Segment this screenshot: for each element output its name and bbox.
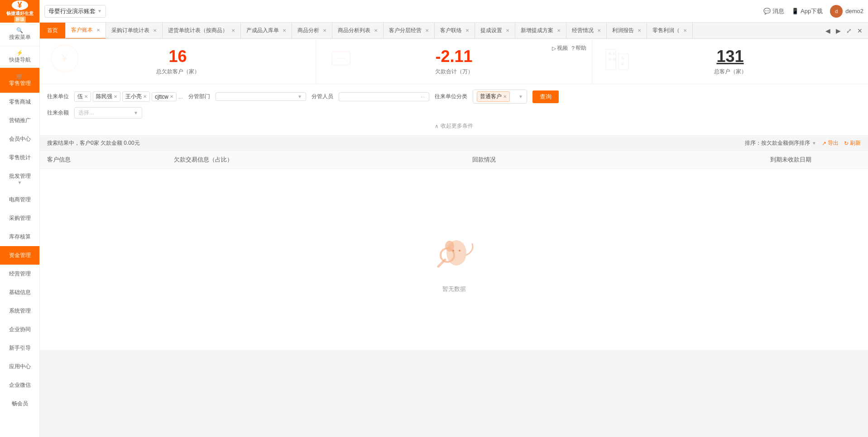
tenant-selector[interactable]: 母婴行业演示账套 ▼ bbox=[44, 5, 106, 18]
close-tab-icon[interactable]: ✕ bbox=[96, 28, 100, 33]
sidebar-item-quick-nav[interactable]: ⚡ 快捷导航 bbox=[0, 46, 39, 68]
svg-point-16 bbox=[452, 250, 454, 252]
tab-customer-contact[interactable]: 客户联络 ✕ bbox=[435, 23, 475, 39]
results-header: 搜索结果中，客户0家 欠款金额 0.00元 排序：按欠款金额倒序排序 ▼ ↗ 导… bbox=[40, 136, 868, 151]
col-header-debt: 欠款交易信息（占比） bbox=[174, 156, 472, 164]
video-link[interactable]: ▷ 视频 bbox=[552, 44, 568, 52]
svg-rect-9 bbox=[613, 58, 616, 61]
close-tab-icon[interactable]: ✕ bbox=[231, 28, 235, 33]
sidebar-item-app-center[interactable]: 应用中心 bbox=[0, 357, 39, 376]
dept-label: 分管部门 bbox=[188, 93, 210, 100]
collapse-button[interactable]: ∧ 收起更多条件 bbox=[435, 122, 473, 130]
app-download-button[interactable]: 📱 App下载 bbox=[791, 7, 823, 15]
tab-new-promo-plan[interactable]: 新增提成方案 ✕ bbox=[515, 23, 566, 39]
tab-product-inbound[interactable]: 产成品入库单 ✕ bbox=[241, 23, 292, 39]
close-tab-icon[interactable]: ✕ bbox=[283, 28, 286, 33]
sidebar-item-operations[interactable]: 经营管理 bbox=[0, 265, 39, 283]
close-tab-icon[interactable]: ✕ bbox=[557, 28, 561, 33]
sidebar-item-search[interactable]: 🔍 搜索菜单 bbox=[0, 23, 39, 46]
sidebar-item-enterprise-collab[interactable]: 企业协同 bbox=[0, 320, 39, 339]
tab-close-all-icon[interactable]: ✕ bbox=[855, 27, 864, 34]
tab-inventory-stats[interactable]: 进货单统计表（按商品） ✕ bbox=[163, 23, 241, 39]
close-tab-icon[interactable]: ✕ bbox=[597, 28, 601, 33]
svg-point-17 bbox=[459, 250, 460, 252]
stat-label-customers: 总欠款客户（家） bbox=[156, 68, 200, 76]
close-tab-icon[interactable]: ✕ bbox=[153, 28, 157, 33]
sidebar-item-purchase[interactable]: 采购管理 bbox=[0, 209, 39, 228]
help-link[interactable]: ? 帮助 bbox=[571, 44, 586, 52]
sidebar-logo: ¥ 畅捷通好生意 标版 bbox=[0, 0, 39, 23]
sidebar-item-member[interactable]: 畅会员 bbox=[0, 394, 39, 413]
sidebar-item-retail-stats[interactable]: 零售统计 bbox=[0, 148, 39, 167]
sort-select[interactable]: 排序：按欠款金额倒序排序 ▼ bbox=[745, 139, 816, 147]
sidebar-item-retail-mall[interactable]: 零售商城 bbox=[0, 93, 39, 111]
unit-class-select[interactable]: 普通客户 ✕ ▼ bbox=[473, 90, 527, 104]
user-profile[interactable]: d demo2 bbox=[830, 5, 863, 18]
tab-customer-account[interactable]: 客户账本 ✕ bbox=[66, 23, 106, 39]
refresh-button[interactable]: ↻ 刷新 bbox=[844, 139, 861, 147]
tag-close-icon[interactable]: ✕ bbox=[170, 94, 173, 99]
stat-value-debt: -2.11 bbox=[435, 47, 472, 66]
close-tab-icon[interactable]: ✕ bbox=[638, 28, 641, 33]
filter-tag-normal-customer[interactable]: 普通客户 ✕ bbox=[477, 91, 510, 102]
close-tab-icon[interactable]: ✕ bbox=[683, 28, 687, 33]
filter-tag-wang[interactable]: 王小亮 ✕ bbox=[122, 91, 150, 102]
empty-state: 暂无数据 bbox=[432, 199, 477, 320]
tab-product-analysis[interactable]: 商品分析 ✕ bbox=[292, 23, 332, 39]
phone-icon: 📱 bbox=[791, 8, 799, 14]
tab-prev-icon[interactable]: ◀ bbox=[824, 27, 832, 34]
col-header-customer: 客户信息 bbox=[47, 156, 174, 164]
sidebar: ¥ 畅捷通好生意 标版 🔍 搜索菜单 ⚡ 快捷导航 🛒 零售管理 零售商城 营销… bbox=[0, 0, 40, 437]
sidebar-item-new-guide[interactable]: 新手引导 bbox=[0, 339, 39, 357]
message-button[interactable]: 💬 消息 bbox=[763, 7, 784, 15]
sidebar-item-basic-info[interactable]: 基础信息 bbox=[0, 283, 39, 302]
sidebar-item-batch-mgmt[interactable]: 批发管理 ▼ bbox=[0, 167, 39, 190]
tab-promotion-settings[interactable]: 提成设置 ✕ bbox=[475, 23, 515, 39]
sidebar-item-ecommerce[interactable]: 电商管理 bbox=[0, 190, 39, 209]
tab-product-analysis-list[interactable]: 商品分析列表 ✕ bbox=[332, 23, 384, 39]
tag-close-icon[interactable]: ✕ bbox=[84, 94, 88, 99]
sidebar-item-enterprise-wechat[interactable]: 企业微信 bbox=[0, 376, 39, 394]
filter-more-icon[interactable]: ... bbox=[178, 94, 183, 100]
tab-customer-tier[interactable]: 客户分层经营 ✕ bbox=[384, 23, 435, 39]
filter-tag-wu[interactable]: 伍 ✕ bbox=[74, 91, 91, 102]
tab-expand-icon[interactable]: ⤢ bbox=[844, 27, 854, 34]
sidebar-item-finance[interactable]: 资金管理 bbox=[0, 246, 39, 265]
close-tab-icon[interactable]: ✕ bbox=[506, 28, 509, 33]
unit-class-dropdown-icon: ▼ bbox=[518, 94, 523, 99]
tab-retail-profit[interactable]: 零售利润（ ✕ bbox=[647, 23, 693, 39]
tab-purchase-order[interactable]: 采购订单统计表 ✕ bbox=[106, 23, 163, 39]
close-tab-icon[interactable]: ✕ bbox=[465, 28, 469, 33]
tag-close-normal-icon[interactable]: ✕ bbox=[503, 94, 507, 99]
tab-profit-report[interactable]: 利润报告 ✕ bbox=[607, 23, 647, 39]
close-tab-icon[interactable]: ✕ bbox=[323, 28, 326, 33]
close-tab-icon[interactable]: ✕ bbox=[425, 28, 429, 33]
unit-class-label: 往来单位分类 bbox=[435, 93, 467, 100]
sidebar-item-membership[interactable]: 会员中心 bbox=[0, 130, 39, 148]
query-button[interactable]: 查询 bbox=[532, 90, 559, 103]
stat-value-total[interactable]: 131 bbox=[716, 47, 743, 66]
export-button[interactable]: ↗ 导出 bbox=[822, 139, 839, 147]
filter-tag-cjttcw[interactable]: cjttcw ✕ bbox=[152, 92, 177, 101]
collapse-up-icon: ∧ bbox=[435, 123, 439, 129]
tag-close-icon[interactable]: ✕ bbox=[143, 94, 147, 99]
tab-home[interactable]: 首页 bbox=[40, 23, 66, 39]
sidebar-item-retail[interactable]: 🛒 零售管理 bbox=[0, 68, 39, 93]
sidebar-item-system[interactable]: 系统管理 bbox=[0, 302, 39, 320]
close-tab-icon[interactable]: ✕ bbox=[374, 28, 378, 33]
tab-business-situation[interactable]: 经营情况 ✕ bbox=[566, 23, 607, 39]
filter-row-1: 往来单位 伍 ✕ 陈民强 ✕ 王小亮 ✕ bbox=[47, 90, 861, 104]
tag-close-icon[interactable]: ✕ bbox=[114, 94, 117, 99]
collapse-row: ∧ 收起更多条件 bbox=[47, 122, 861, 130]
sidebar-item-marketing[interactable]: 营销推广 bbox=[0, 111, 39, 130]
balance-select[interactable]: 选择... ▼ bbox=[74, 107, 142, 119]
stat-label-total: 总客户（家） bbox=[714, 68, 747, 76]
tab-next-icon[interactable]: ▶ bbox=[834, 27, 843, 34]
filter-tag-chen[interactable]: 陈民强 ✕ bbox=[93, 91, 120, 102]
stat-total-customers2: 131 总客户（家） bbox=[592, 39, 868, 84]
person-select[interactable]: ··· bbox=[339, 92, 429, 101]
sidebar-item-inventory[interactable]: 库存核算 bbox=[0, 228, 39, 246]
svg-rect-5 bbox=[619, 54, 628, 70]
dept-select[interactable]: ▼ bbox=[216, 92, 306, 101]
sort-dropdown-icon: ▼ bbox=[812, 141, 816, 146]
